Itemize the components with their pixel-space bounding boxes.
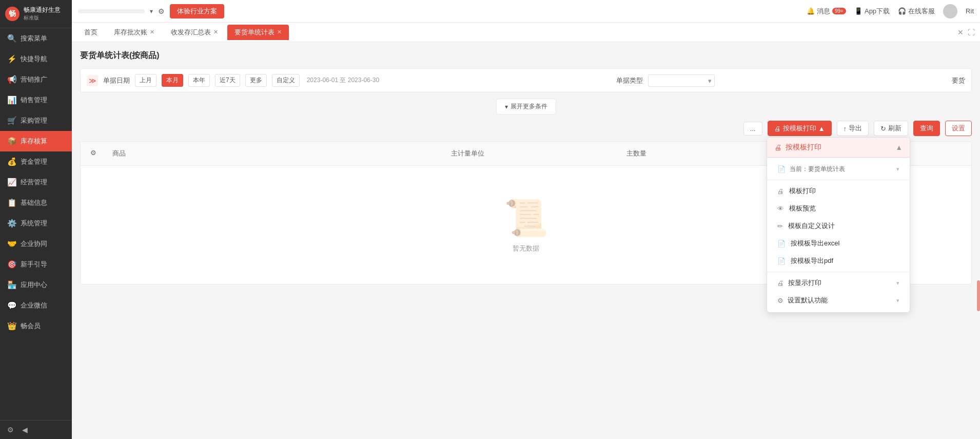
print-item-set_default[interactable]: ⚙设置默认功能▾	[767, 292, 910, 309]
sidebar-item-inventory[interactable]: 📦库存核算	[0, 131, 72, 151]
sidebar-item-marketing[interactable]: 📢营销推广	[0, 69, 72, 90]
print-dropdown-close-btn[interactable]: ▲	[895, 143, 903, 151]
print-section: 📄 当前：要货单统计表 ▾ 🖨模板打印👁模板预览✏模板自定义设计📄按模板导出ex…	[767, 158, 910, 312]
sidebar-item-member[interactable]: 👑畅会员	[0, 316, 72, 336]
sidebar-item-sales[interactable]: 📊销售管理	[0, 90, 72, 110]
date-btn-上月[interactable]: 上月	[135, 74, 156, 87]
th-settings[interactable]: ⚙	[81, 146, 106, 161]
speaker-icon[interactable]: ◀	[22, 426, 28, 434]
settings-bottom-icon[interactable]: ⚙	[7, 426, 14, 434]
sidebar-item-purchase[interactable]: 🛒采购管理	[0, 110, 72, 131]
sidebar-item-basic[interactable]: 📋基础信息	[0, 193, 72, 213]
trial-button[interactable]: 体验行业方案	[170, 4, 224, 18]
refresh-btn[interactable]: ↻ 刷新	[874, 121, 908, 136]
phone-icon: 📱	[854, 7, 863, 15]
more-action-btn[interactable]: ...	[743, 122, 762, 136]
sidebar-icon-system: ⚙️	[7, 219, 16, 228]
print-template-btn[interactable]: 🖨 按模板打印 ▲	[768, 121, 832, 136]
print-item-export_excel[interactable]: 📄按模板导出excel	[767, 235, 910, 252]
app-download-item[interactable]: 📱 App下载	[854, 7, 890, 16]
current-template-item[interactable]: 📄 当前：要货单统计表 ▾	[767, 161, 910, 178]
date-btn-本月[interactable]: 本月	[162, 74, 183, 87]
tab-inventory_batch[interactable]: 库存批次账✕	[107, 25, 162, 40]
close-tab-btn[interactable]: ✕	[957, 28, 964, 36]
print-item-template_custom[interactable]: ✏模板自定义设计	[767, 217, 910, 235]
tab-label-inventory_batch: 库存批次账	[114, 28, 147, 37]
sidebar-item-finance[interactable]: 💰资金管理	[0, 151, 72, 172]
printer-header-icon: 🖨	[774, 143, 781, 151]
tab-home[interactable]: 首页	[77, 25, 105, 40]
filter-expand-icon[interactable]: ≫	[87, 75, 98, 86]
print-dropdown-title: 按模板打印	[786, 143, 821, 152]
sidebar-item-search[interactable]: 🔍搜索菜单	[0, 28, 72, 49]
sidebar-label-newbie: 新手引导	[21, 260, 47, 269]
user-name[interactable]: Rit	[966, 7, 974, 15]
settings-btn[interactable]: 设置	[945, 121, 972, 136]
search-bar[interactable]	[78, 9, 145, 13]
sidebar-icon-sales: 📊	[7, 96, 16, 105]
sidebar-label-operation: 经营管理	[21, 178, 47, 187]
print-icon-template_custom: ✏	[777, 222, 783, 230]
print-item-template_print[interactable]: 🖨模板打印	[767, 182, 910, 200]
print-icon-export_excel: 📄	[777, 240, 786, 247]
th-product: 商品	[106, 146, 445, 161]
scroll-thumb[interactable]	[977, 280, 980, 311]
expand-tab-btn[interactable]: ⛶	[968, 28, 975, 36]
filter-bar: ≫ 单据日期 上月本月本年近7天更多自定义 2023-06-01 至 2023-…	[80, 68, 972, 92]
notification-badge: 99+	[832, 8, 846, 14]
sidebar-label-finance: 资金管理	[21, 157, 47, 166]
print-label-template_print: 模板打印	[789, 186, 816, 196]
date-btn-近7天[interactable]: 近7天	[215, 74, 240, 87]
export-label: 导出	[849, 124, 862, 133]
tab-close-order_stats[interactable]: ✕	[277, 29, 282, 35]
query-btn[interactable]: 查询	[913, 121, 940, 136]
sidebar-item-operation[interactable]: 📈经营管理	[0, 172, 72, 193]
user-avatar[interactable]	[943, 4, 957, 18]
topbar-right: 🔔 消息 99+ 📱 App下载 🎧 在线客服 Rit	[807, 4, 974, 18]
bill-type-select[interactable]	[648, 74, 715, 87]
print-icon-set_default: ⚙	[777, 297, 783, 304]
tab-close-receivables[interactable]: ✕	[213, 29, 218, 35]
customer-service-item[interactable]: 🎧 在线客服	[898, 7, 935, 16]
export-btn[interactable]: ↑ 导出	[837, 121, 869, 136]
sidebar-icon-quicknav: ⚡	[7, 54, 16, 64]
tab-receivables[interactable]: 收发存汇总表✕	[164, 25, 225, 40]
sidebar-item-system[interactable]: ⚙️系统管理	[0, 213, 72, 234]
topbar-dropdown[interactable]: ▾	[150, 8, 153, 15]
query-label: 查询	[920, 124, 933, 133]
tabbar: 首页库存批次账✕收发存汇总表✕要货单统计表✕ ✕ ⛶	[72, 23, 980, 42]
sidebar-icon-purchase: 🛒	[7, 116, 16, 125]
sidebar-item-quicknav[interactable]: ⚡快捷导航	[0, 49, 72, 69]
tab-order_stats[interactable]: 要货单统计表✕	[227, 25, 289, 40]
logo-icon: 畅	[5, 7, 19, 21]
sidebar-icon-collab: 🤝	[7, 239, 16, 249]
sidebar-icon-basic: 📋	[7, 198, 16, 207]
logo-text-wrap: 畅康通好生意 标准版	[24, 6, 61, 22]
print-dropdown: 🖨 按模板打印 ▲ 📄 当前：要货单统计表 ▾	[767, 137, 910, 313]
date-btn-本年[interactable]: 本年	[188, 74, 210, 87]
sidebar-icon-marketing: 📢	[7, 75, 16, 84]
sidebar-item-wechat[interactable]: 💬企业微信	[0, 295, 72, 316]
date-filter-label: 单据日期	[103, 76, 130, 85]
notifications-item[interactable]: 🔔 消息 99+	[807, 7, 846, 16]
topbar-gear-icon[interactable]: ⚙	[158, 7, 165, 15]
print-item-template_preview[interactable]: 👁模板预览	[767, 200, 910, 217]
print-item-display_print[interactable]: 🖨按显示打印▾	[767, 274, 910, 292]
tab-label-order_stats: 要货单统计表	[234, 28, 275, 37]
sidebar-item-newbie[interactable]: 🎯新手引导	[0, 254, 72, 275]
expand-more-btn[interactable]: ▾ 展开更多条件	[496, 99, 556, 114]
order-amount-label: 要货	[952, 76, 965, 85]
bill-type-select-wrap: ▾	[648, 74, 715, 87]
date-btn-更多[interactable]: 更多	[245, 74, 267, 87]
current-template-chevron: ▾	[896, 166, 899, 173]
date-btn-自定义[interactable]: 自定义	[272, 74, 300, 87]
sidebar-label-inventory: 库存核算	[21, 137, 47, 146]
sidebar-icon-member: 👑	[7, 321, 16, 331]
tab-close-inventory_batch[interactable]: ✕	[150, 29, 154, 35]
sidebar-label-collab: 企业协同	[21, 239, 47, 249]
sidebar-item-appstore[interactable]: 🏪应用中心	[0, 275, 72, 295]
sidebar-label-appstore: 应用中心	[21, 280, 47, 290]
print-item-export_pdf[interactable]: 📄按模板导出pdf	[767, 252, 910, 270]
sidebar-item-collab[interactable]: 🤝企业协同	[0, 234, 72, 254]
chevron-set_default: ▾	[896, 297, 899, 304]
